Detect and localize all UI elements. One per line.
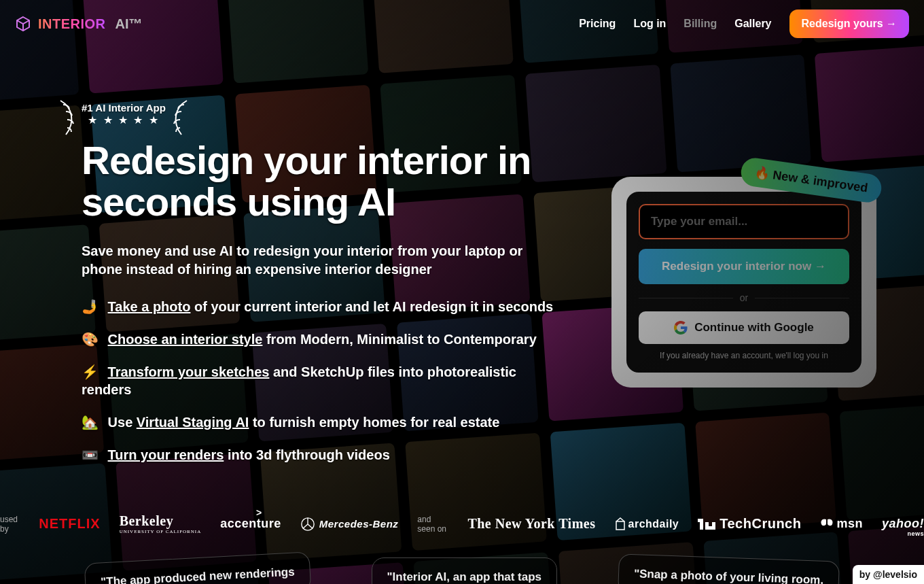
selfie-icon: 🤳 — [82, 299, 99, 314]
bullet-renders-link[interactable]: Turn your renders — [108, 447, 224, 462]
press-logos: used by NETFLIX Berkeley UNIVERSITY OF C… — [0, 513, 924, 534]
hero-subhead: Save money and use AI to redesign your i… — [82, 242, 557, 279]
feature-bullets: 🤳 Take a photo of your current interior … — [82, 298, 571, 464]
bullet-staging: 🏡 Use Virtual Staging AI to furnish empt… — [82, 413, 557, 431]
press-quotes: "The app produced new renderings "Interi… — [0, 557, 924, 584]
msn-butterfly-icon — [820, 518, 834, 530]
bullet-photo-link[interactable]: Take a photo — [108, 299, 191, 314]
palette-icon: 🎨 — [82, 332, 99, 347]
house-icon: 🏡 — [82, 415, 99, 430]
archdaily-icon — [615, 517, 626, 531]
used-by-label: used by — [0, 515, 20, 534]
logo-msn: msn — [820, 517, 863, 531]
nav-gallery[interactable]: Gallery — [734, 18, 771, 30]
attribution-badge[interactable]: by @levelsio — [853, 565, 924, 584]
award-stars: ★ ★ ★ ★ ★ — [88, 114, 160, 126]
site-header: INTERIOR AI™ Pricing Log in Billing Gall… — [0, 0, 924, 48]
svg-rect-3 — [700, 519, 703, 530]
logo-text-main: INTERIOR — [38, 16, 106, 32]
award-title: #1 AI Interior App — [82, 102, 166, 114]
seen-on-label: and seen on — [417, 515, 448, 534]
nav-login[interactable]: Log in — [633, 18, 666, 30]
bullet-sketches-link[interactable]: Transform your sketches — [108, 364, 270, 379]
nav-billing[interactable]: Billing — [683, 18, 717, 30]
quote-card: "Snap a photo of your living room, — [618, 553, 840, 584]
hero-section: #1 AI Interior App ★ ★ ★ ★ ★ Redesign yo… — [0, 48, 924, 479]
svg-rect-6 — [712, 522, 715, 530]
award-badge: #1 AI Interior App ★ ★ ★ ★ ★ — [82, 102, 166, 126]
logo-accenture: accenture — [220, 517, 281, 531]
cube-icon — [15, 16, 31, 32]
mercedes-star-icon — [300, 517, 315, 532]
logo-techcrunch: TechCrunch — [698, 516, 801, 532]
logo-text-sub: AI™ — [116, 16, 143, 32]
logo-mercedes: Mercedes-Benz — [300, 517, 399, 532]
tape-icon: 📼 — [82, 447, 99, 462]
hero-title: Redesign your interior in seconds using … — [82, 140, 571, 223]
logo-netflix: NETFLIX — [39, 516, 100, 532]
bullet-style: 🎨 Choose an interior style from Modern, … — [82, 330, 557, 348]
logo-yahoo: yahoo! news — [882, 517, 924, 531]
logo-nyt: The New York Times — [467, 516, 595, 532]
bullet-style-link[interactable]: Choose an interior style — [108, 332, 263, 347]
laurel-left-icon — [53, 98, 84, 137]
quote-card: "Interior AI, an app that taps — [372, 557, 558, 584]
bullet-photo: 🤳 Take a photo of your current interior … — [82, 298, 557, 315]
bullet-sketches: ⚡ Transform your sketches and SketchUp f… — [82, 363, 557, 398]
redesign-yours-button[interactable]: Redesign yours → — [789, 10, 909, 38]
svg-rect-1 — [616, 521, 624, 530]
techcrunch-icon — [698, 519, 715, 530]
bullet-renders: 📼 Turn your renders into 3d flythrough v… — [82, 446, 557, 464]
nav-pricing[interactable]: Pricing — [579, 18, 616, 30]
main-nav: Pricing Log in Billing Gallery Redesign … — [579, 10, 909, 38]
bolt-icon: ⚡ — [82, 364, 99, 379]
logo-archdaily: archdaily — [615, 517, 679, 531]
logo[interactable]: INTERIOR AI™ — [15, 16, 143, 32]
bullet-staging-link[interactable]: Virtual Staging AI — [137, 415, 249, 430]
logo-berkeley: Berkeley UNIVERSITY OF CALIFORNIA — [120, 513, 202, 534]
laurel-right-icon — [163, 98, 194, 137]
